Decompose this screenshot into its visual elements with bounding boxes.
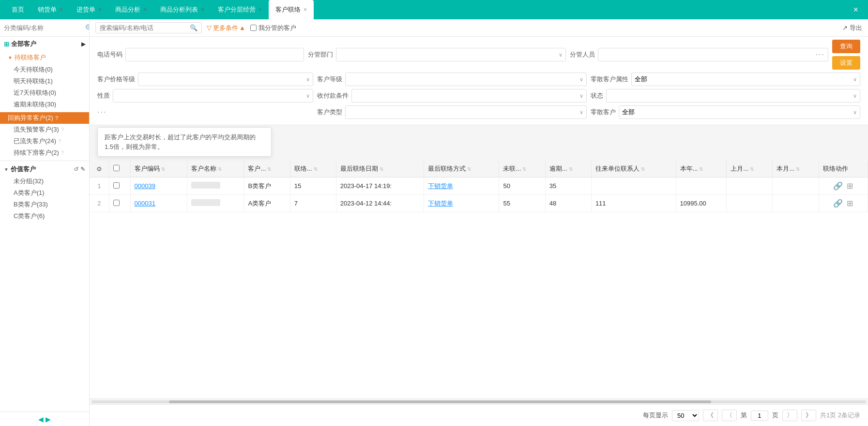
sidebar-item-loss-warning[interactable]: 流失预警客户(3) ?	[0, 124, 89, 135]
horizontal-scrollbar[interactable]	[90, 398, 868, 404]
sidebar-arrow-icon[interactable]: ◀ ▶	[38, 415, 51, 423]
gender-select[interactable]: ∨	[113, 89, 313, 103]
retail-customer-label: 零散客户	[591, 108, 616, 117]
code-sort-icon[interactable]: ⇅	[161, 166, 165, 172]
nav-purchase-close[interactable]: ×	[98, 6, 102, 13]
table-settings-icon[interactable]: ⚙	[96, 165, 102, 173]
next-page-button[interactable]: 〉	[782, 410, 797, 421]
overdue-sort-icon[interactable]: ⇅	[569, 166, 573, 172]
more-filter-dots[interactable]: ···	[97, 108, 107, 117]
nav-product-analysis[interactable]: 商品分析 ×	[108, 0, 153, 19]
sidebar-item-class-c[interactable]: C类客户(6)	[0, 210, 89, 222]
row-check-1	[109, 177, 130, 195]
edit-icon[interactable]: ✎	[80, 166, 85, 173]
row-type-1: B类客户	[244, 177, 290, 195]
row-grid-icon-2[interactable]: ⊞	[847, 199, 853, 208]
sidebar-item-today[interactable]: 今天待联络(0)	[0, 64, 89, 75]
row-code-1[interactable]: 000039	[130, 177, 187, 195]
retail-attr-select[interactable]: 全部 ∨	[631, 73, 860, 86]
more-conditions-button[interactable]: ▽ 更多条件 ▲	[207, 24, 245, 32]
last-month-sort-icon[interactable]: ⇅	[750, 166, 754, 172]
scroll-thumb[interactable]	[169, 400, 711, 403]
loss-warning-icon[interactable]: ?	[61, 127, 64, 132]
row-last-method-2[interactable]: 下销货单	[424, 195, 499, 212]
nav-home[interactable]: 首页	[5, 0, 31, 19]
row-code-2[interactable]: 000031	[130, 195, 187, 212]
declining-icon[interactable]: ?	[61, 150, 64, 156]
method-sort-icon[interactable]: ⇅	[467, 166, 471, 172]
sidebar-all-customers[interactable]: ⊞ 全部客户 ▶	[0, 37, 89, 51]
sidebar-item-tomorrow[interactable]: 明天待联络(1)	[0, 75, 89, 87]
retail-customer-select[interactable]: 全部 ∨	[619, 105, 860, 119]
this-month-sort-icon[interactable]: ⇅	[796, 166, 800, 172]
nav-product-list[interactable]: 商品分析列表 ×	[153, 0, 211, 19]
row-grid-icon-1[interactable]: ⊞	[847, 181, 853, 191]
abnormal-info-icon[interactable]: ?	[55, 115, 58, 121]
nav-customer-tier-close[interactable]: ×	[259, 6, 262, 13]
row-last-method-1[interactable]: 下销货单	[424, 177, 499, 195]
date-sort-icon[interactable]: ⇅	[380, 166, 383, 172]
nav-customer-contact-close[interactable]: ×	[304, 6, 307, 13]
page-size-select[interactable]: 50 20 100	[672, 410, 699, 421]
row-checkbox-2[interactable]	[113, 200, 120, 206]
last-page-button[interactable]: 》	[801, 410, 816, 421]
value-group-title[interactable]: ▼ 价值客户 ↺ ✎	[0, 163, 89, 176]
name-sort-icon[interactable]: ⇅	[218, 166, 222, 172]
th-overdue: 逾期... ⇅	[545, 161, 591, 177]
nav-sales[interactable]: 销货单 ×	[31, 0, 70, 19]
pending-group-title[interactable]: ▼ 待联络客户	[0, 51, 89, 64]
th-contact-count: 联络... ⇅	[290, 161, 336, 177]
sidebar-item-unclassified[interactable]: 未分组(32)	[0, 176, 89, 187]
row-link-icon-2[interactable]: 🔗	[833, 199, 843, 208]
contacts-sort-icon[interactable]: ⇅	[641, 166, 645, 172]
setting-button[interactable]: 设置	[832, 56, 860, 70]
my-customers-checkbox[interactable]	[250, 25, 257, 31]
row-last-date-2: 2023-04-12 14:44:	[336, 195, 424, 212]
nav-purchase[interactable]: 进货单 ×	[70, 0, 108, 19]
not-contacted-sort-icon[interactable]: ⇅	[522, 166, 526, 172]
filter-row-4: ··· 客户类型 ∨ 零散客户 全部 ∨	[97, 105, 860, 119]
th-year: 本年... ⇅	[676, 161, 727, 177]
dept-select[interactable]: ∨	[336, 48, 566, 61]
lost-icon[interactable]: ?	[58, 138, 61, 144]
sidebar-item-abnormal[interactable]: 回购异常客户(2) ?	[0, 112, 89, 124]
status-select[interactable]: ∨	[606, 89, 860, 103]
customer-grade-select[interactable]: ∨	[345, 73, 587, 86]
sidebar-item-7days[interactable]: 近7天待联络(0)	[0, 87, 89, 99]
sidebar-item-lost[interactable]: 已流失客户(24) ?	[0, 135, 89, 147]
year-sort-icon[interactable]: ⇅	[699, 166, 703, 172]
main-search-icon[interactable]: 🔍	[190, 24, 198, 31]
nav-customer-tier[interactable]: 客户分层经营 ×	[211, 0, 269, 19]
nav-product-analysis-close[interactable]: ×	[143, 6, 147, 13]
nav-product-list-close[interactable]: ×	[201, 6, 204, 13]
type-sort-icon[interactable]: ⇅	[267, 166, 271, 172]
nav-sales-close[interactable]: ×	[60, 6, 63, 13]
row-link-icon-1[interactable]: 🔗	[833, 181, 843, 191]
export-button[interactable]: ↗ 导出	[842, 24, 862, 32]
sidebar-search-input[interactable]	[4, 24, 85, 31]
phone-input[interactable]	[125, 48, 304, 61]
query-button[interactable]: 查询	[832, 40, 860, 53]
sidebar-item-class-b[interactable]: B类客户(33)	[0, 199, 89, 210]
sidebar-search-icon[interactable]: 🔍	[85, 24, 90, 32]
prev-page-button[interactable]: 〈	[722, 410, 737, 421]
sidebar-item-class-a[interactable]: A类客户(1)	[0, 187, 89, 199]
top-nav: 首页 销货单 × 进货单 × 商品分析 × 商品分析列表 × 客户分层经营 × …	[0, 0, 868, 19]
page-number-input[interactable]	[751, 411, 768, 421]
row-checkbox-1[interactable]	[113, 182, 120, 189]
refresh-icon[interactable]: ↺	[74, 166, 78, 173]
window-close-button[interactable]: ×	[848, 5, 863, 15]
select-all-checkbox[interactable]	[113, 165, 120, 171]
manager-select[interactable]: ···	[598, 48, 828, 61]
customer-type-select[interactable]: ∨	[345, 105, 587, 119]
price-grade-select[interactable]: ∨	[138, 73, 313, 86]
sidebar-item-overdue[interactable]: 逾期未联络(30)	[0, 99, 89, 110]
payment-select[interactable]: ∨	[351, 89, 587, 103]
sidebar-item-declining[interactable]: 持续下滑客户(2) ?	[0, 147, 89, 159]
contact-sort-icon[interactable]: ⇅	[314, 166, 318, 172]
manager-dots-icon[interactable]: ···	[816, 50, 825, 59]
main-search-input[interactable]	[100, 24, 190, 31]
first-page-button[interactable]: 《	[703, 410, 718, 421]
nav-customer-contact[interactable]: 客户联络 ×	[269, 0, 314, 19]
th-code: 客户编码 ⇅	[130, 161, 187, 177]
